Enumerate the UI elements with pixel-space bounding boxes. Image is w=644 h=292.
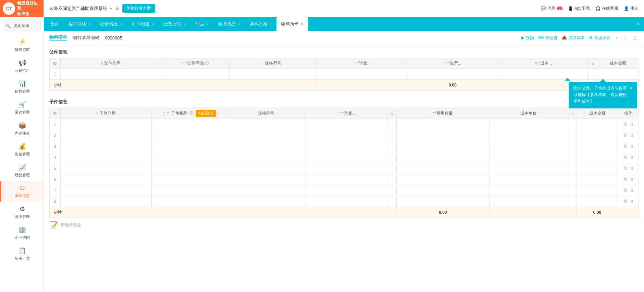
child-unit-cell[interactable] xyxy=(306,119,388,130)
child-unit-cell[interactable] xyxy=(306,141,388,152)
child-unit-cell[interactable] xyxy=(306,163,388,174)
tab-close-icon[interactable]: × xyxy=(301,22,303,26)
copy-icon[interactable]: ⧉ xyxy=(630,187,633,193)
tab-ops-status[interactable]: 经营情况 × xyxy=(95,17,127,31)
scan-button[interactable]: 扫码录入 xyxy=(196,110,216,117)
child-spec-cell[interactable] xyxy=(227,141,306,152)
nav-prev[interactable]: ‹ xyxy=(615,35,619,40)
user-menu[interactable]: 👤 用友 xyxy=(624,5,639,11)
parent-product-cell[interactable] xyxy=(161,69,230,80)
unit-cell[interactable] xyxy=(317,69,407,80)
child-product-cell[interactable] xyxy=(151,163,227,174)
sidebar-item-guide[interactable]: 📋 新手引导 xyxy=(0,244,44,265)
sidebar-item-marketing[interactable]: 📢 营销推广 xyxy=(0,56,44,77)
delete-icon[interactable]: 🗑 xyxy=(623,121,628,127)
tabbar-close-all[interactable]: × xyxy=(634,21,643,27)
child-required-qty-cell[interactable] xyxy=(397,163,490,174)
tab-close-icon[interactable]: × xyxy=(206,22,208,26)
nav-menu[interactable]: ☰ xyxy=(631,35,639,40)
child-warehouse-cell[interactable] xyxy=(61,152,152,163)
child-unit-cell[interactable] xyxy=(306,196,388,207)
tab-profit[interactable]: 利润报告 × xyxy=(127,17,159,31)
child-spec-cell[interactable] xyxy=(227,174,306,185)
child-product-cell[interactable] xyxy=(151,174,227,185)
child-product-cell[interactable] xyxy=(151,185,227,196)
child-product-cell[interactable] xyxy=(151,152,227,163)
tab-add-product[interactable]: 新增商品 × xyxy=(213,17,245,31)
child-spec-cell[interactable] xyxy=(227,119,306,130)
subheader-bom-list[interactable]: 物料清单 xyxy=(49,34,67,41)
tab-home[interactable]: 首页 xyxy=(45,17,64,31)
tab-close-icon[interactable]: × xyxy=(120,22,122,26)
parent-warehouse-cell[interactable] xyxy=(61,69,161,80)
tab-ops-history[interactable]: 经营历程 × xyxy=(159,17,190,31)
child-warehouse-cell[interactable] xyxy=(61,196,152,207)
tab-close-icon[interactable]: × xyxy=(88,22,90,26)
sidebar-item-sales[interactable]: 📊 销售管理 xyxy=(0,77,44,97)
copy-icon[interactable]: ⧉ xyxy=(630,154,633,160)
production-cell[interactable] xyxy=(407,69,498,80)
child-cost-unit-cell[interactable] xyxy=(489,130,568,141)
sidebar-item-enterprise[interactable]: 🏢 企业协同 xyxy=(0,223,44,244)
child-cost-unit-cell[interactable] xyxy=(489,196,568,207)
copy-icon[interactable]: ⧉ xyxy=(630,198,633,204)
delete-icon[interactable]: 🗑 xyxy=(623,198,628,204)
extract-cost-button[interactable]: 📥 提取成本 xyxy=(562,35,585,41)
sidebar-item-finance[interactable]: 💰 资金管理 xyxy=(0,139,44,160)
tab-products[interactable]: 商品 × xyxy=(190,17,213,31)
child-cost-unit-cell[interactable] xyxy=(489,185,568,196)
child-cost-unit-cell[interactable] xyxy=(489,174,568,185)
spec-cell[interactable] xyxy=(230,69,317,80)
child-spec-cell[interactable] xyxy=(227,185,306,196)
child-spec-cell[interactable] xyxy=(227,130,306,141)
child-warehouse-cell[interactable] xyxy=(61,119,152,130)
tab-close-icon[interactable]: × xyxy=(238,22,240,26)
child-required-qty-cell[interactable] xyxy=(397,141,490,152)
copy-icon[interactable]: ⧉ xyxy=(630,143,633,149)
delete-icon[interactable]: 🗑 xyxy=(623,176,628,182)
tab-customers[interactable]: 客户联络 × xyxy=(64,17,95,31)
add-row-icon[interactable]: 📝 xyxy=(49,221,58,229)
delete-icon[interactable]: 🗑 xyxy=(623,154,628,160)
child-cost-unit-cell[interactable] xyxy=(489,163,568,174)
child-unit-cell[interactable] xyxy=(306,130,388,141)
child-required-qty-cell[interactable] xyxy=(397,185,490,196)
system-dropdown-icon[interactable]: ▾ xyxy=(110,6,112,11)
sidebar-item-operations[interactable]: 📈 经营管理 xyxy=(0,160,44,181)
view-button[interactable]: ▶ 视频 xyxy=(521,35,534,41)
child-spec-cell[interactable] xyxy=(227,152,306,163)
settings-icon[interactable]: ⚙ xyxy=(115,5,120,12)
child-warehouse-cell[interactable] xyxy=(61,130,152,141)
child-spec-cell[interactable] xyxy=(227,196,306,207)
subheader-bom-code[interactable]: 物料清单编码 xyxy=(73,35,99,41)
delete-icon[interactable]: 🗑 xyxy=(623,132,628,138)
search-menu-button[interactable]: 🔍 搜索菜单 xyxy=(3,21,41,31)
shortcut-button[interactable]: ⌨ 快捷键 xyxy=(538,35,558,41)
sidebar-item-purchase[interactable]: 🛒 采购管理 xyxy=(0,97,44,118)
child-settings-icon[interactable]: ⚙ xyxy=(53,111,57,116)
sidebar-item-basic-info[interactable]: 🗂 基础信息 xyxy=(0,181,44,202)
sidebar-item-inventory[interactable]: 📦 库存核算 xyxy=(0,118,44,139)
nav-next[interactable]: › xyxy=(623,35,627,40)
tab-bom[interactable]: 物料清单 × xyxy=(276,17,308,31)
sidebar-item-system[interactable]: ⚙ 系统管理 xyxy=(0,202,44,223)
trial-button[interactable]: 体验行业方案 xyxy=(122,4,155,13)
child-unit-cell[interactable] xyxy=(306,185,388,196)
child-required-qty-cell[interactable] xyxy=(397,152,490,163)
child-required-qty-cell[interactable] xyxy=(397,196,490,207)
tab-barcode[interactable]: 条码方案 × xyxy=(245,17,276,31)
child-required-qty-cell[interactable] xyxy=(397,130,490,141)
child-unit-cell[interactable] xyxy=(306,152,388,163)
delete-icon[interactable]: 🗑 xyxy=(623,143,628,149)
child-cost-unit-cell[interactable] xyxy=(489,152,568,163)
sidebar-item-quick-nav[interactable]: ⚡ 快捷导航 xyxy=(0,35,44,56)
online-service-button[interactable]: 🎧 在线客服 xyxy=(595,5,618,11)
message-button[interactable]: 💬 消息 5 xyxy=(541,5,562,11)
child-required-qty-cell[interactable] xyxy=(397,174,490,185)
parent-settings-icon[interactable]: ⚙ xyxy=(53,61,57,66)
copy-icon[interactable]: ⧉ xyxy=(630,132,633,138)
tab-close-icon[interactable]: × xyxy=(152,22,154,26)
app-download-button[interactable]: 📱 App下载 xyxy=(568,5,590,11)
child-cost-unit-cell[interactable] xyxy=(489,119,568,130)
child-required-qty-cell[interactable] xyxy=(397,119,490,130)
